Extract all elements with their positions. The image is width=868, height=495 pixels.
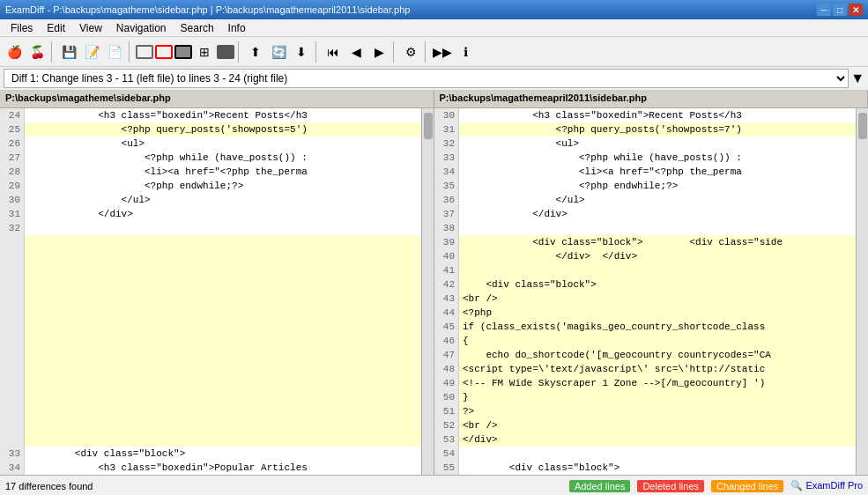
tb-fwd[interactable]: ▶▶	[432, 41, 453, 63]
diff-selector: Diff 1: Change lines 3 - 11 (left file) …	[0, 67, 868, 91]
left-diff-pane[interactable]: 24 <h3 class="boxedin">Recent Posts</h32…	[0, 108, 434, 475]
menu-view[interactable]: View	[72, 20, 109, 36]
titlebar: ExamDiff - P:\backups\magatheme\sidebar.…	[0, 0, 868, 19]
diff-dropdown-arrow[interactable]: ▼	[849, 70, 864, 86]
line-num: 45	[434, 320, 459, 334]
line-code: </div>	[25, 207, 421, 221]
line-num	[0, 348, 25, 362]
line-num: 51	[434, 404, 459, 418]
examdiff-logo[interactable]: 🔍 ExamDiff Pro	[790, 480, 863, 491]
line-num: 52	[434, 418, 459, 432]
line-code: echo do_shortcode('[m_geocountry country…	[459, 348, 856, 362]
line-code	[25, 376, 421, 390]
line-code: <h3 class="boxedin">Popular Articles	[25, 461, 421, 475]
legend-deleted: Deleted lines	[637, 480, 704, 492]
line-code	[25, 418, 421, 432]
tb-rect1[interactable]	[136, 45, 153, 59]
line-num	[0, 376, 25, 390]
line-num: 27	[0, 151, 25, 165]
line-num: 34	[434, 165, 459, 179]
minimize-button[interactable]: ─	[817, 4, 831, 16]
line-num	[0, 249, 25, 263]
line-num: 35	[434, 179, 459, 193]
table-row	[0, 390, 421, 404]
table-row: 29 <?php endwhile;?>	[0, 179, 421, 193]
line-code	[25, 320, 421, 334]
line-num: 39	[434, 235, 459, 249]
tb-nav1[interactable]: ⏮	[323, 41, 344, 63]
table-row	[0, 334, 421, 348]
line-code: <h3 class="boxedin">Recent Posts</h3	[25, 108, 421, 122]
line-code: <?php endwhile;?>	[459, 179, 856, 193]
diff-dropdown[interactable]: Diff 1: Change lines 3 - 11 (left file) …	[4, 69, 849, 88]
diff-area: 24 <h3 class="boxedin">Recent Posts</h32…	[0, 108, 868, 475]
legend-changed: Changed lines	[711, 480, 783, 492]
menu-files[interactable]: Files	[4, 20, 40, 36]
tb-rect3[interactable]	[174, 45, 192, 59]
menu-info[interactable]: Info	[221, 20, 253, 36]
menu-edit[interactable]: Edit	[40, 20, 72, 36]
line-code: <h3 class="boxedin">Recent Posts</h3	[459, 108, 856, 122]
table-row	[0, 263, 421, 277]
tb-info[interactable]: ℹ	[455, 41, 476, 63]
legend-added: Added lines	[569, 480, 631, 492]
tb-file-open[interactable]: 🍎	[4, 41, 25, 63]
table-row: 48<script type=\'text/javascript\' src=\…	[434, 362, 856, 376]
line-code: </ul>	[25, 193, 421, 207]
tb-file-open2[interactable]: 🍒	[26, 41, 48, 63]
tb-nav3[interactable]: ▶	[368, 41, 389, 63]
line-num	[0, 362, 25, 376]
tb-nav2[interactable]: ◀	[345, 41, 367, 63]
menu-search[interactable]: Search	[174, 20, 221, 36]
table-row	[0, 348, 421, 362]
line-num	[0, 320, 25, 334]
diff-count: 17 differences found	[5, 481, 93, 491]
tb-edit[interactable]: 📝	[81, 41, 102, 63]
line-code	[459, 447, 856, 461]
table-row: 27 <?php while (have_posts()) :	[0, 151, 421, 165]
table-row: 55 <div class="block">	[434, 461, 856, 475]
left-scrollbar[interactable]	[421, 108, 434, 475]
menu-navigation[interactable]: Navigation	[109, 20, 174, 36]
line-code: <div class="block">	[459, 461, 856, 475]
tb-down[interactable]: ⬇	[291, 41, 312, 63]
line-code: <ul>	[459, 137, 856, 151]
table-row: 41	[434, 263, 856, 277]
maximize-button[interactable]: □	[833, 4, 847, 16]
line-num: 37	[434, 207, 459, 221]
line-code: <?php	[459, 306, 856, 320]
line-code	[25, 235, 421, 249]
line-code: <?php query_posts('showposts=5')	[25, 122, 421, 137]
left-scroll-thumb[interactable]	[424, 113, 433, 139]
line-num: 34	[0, 461, 25, 475]
line-num: 47	[434, 348, 459, 362]
right-diff-pane[interactable]: 30 <h3 class="boxedin">Recent Posts</h33…	[434, 108, 868, 475]
table-row: 40 </div> </div>	[434, 249, 856, 263]
tb-up[interactable]: ⬆	[245, 41, 266, 63]
line-num	[0, 235, 25, 249]
table-row: 32 <ul>	[434, 137, 856, 151]
table-row: 32	[0, 221, 421, 235]
tb-rect4[interactable]	[217, 45, 234, 59]
close-button[interactable]: ✕	[849, 4, 863, 16]
tb-rect2[interactable]	[155, 45, 173, 59]
line-num: 24	[0, 108, 25, 122]
titlebar-controls: ─ □ ✕	[817, 4, 863, 16]
tb-save[interactable]: 💾	[58, 41, 79, 63]
line-num: 28	[0, 165, 25, 179]
right-diff-content: 30 <h3 class="boxedin">Recent Posts</h33…	[434, 108, 856, 475]
line-num: 26	[0, 137, 25, 151]
tb-report[interactable]: 📄	[104, 41, 125, 63]
right-scrollbar[interactable]	[856, 108, 868, 475]
right-scroll-thumb[interactable]	[858, 113, 867, 139]
line-num	[0, 277, 25, 292]
table-row: 39 <div class="block"> <div class="side	[434, 235, 856, 249]
table-row: 49<!-- FM Wide Skyscraper 1 Zone -->[/m_…	[434, 376, 856, 390]
statusbar-legend: Added lines Deleted lines Changed lines …	[569, 480, 863, 492]
tb-grid[interactable]: ⊞	[194, 41, 215, 63]
table-row: 26 <ul>	[0, 137, 421, 151]
tb-refresh[interactable]: 🔄	[268, 41, 289, 63]
tb-options[interactable]: ⚙	[400, 41, 421, 63]
line-num	[0, 263, 25, 277]
table-row: 36 </ul>	[434, 193, 856, 207]
